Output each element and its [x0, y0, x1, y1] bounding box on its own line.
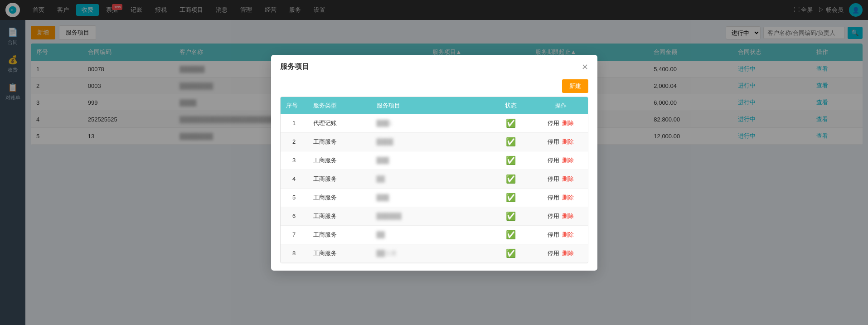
modal-table-wrap[interactable]: 序号 服务类型 服务项目 状态 操作 1 代理记账 ███1 ✅ 停用 删除 2…	[280, 97, 588, 263]
service-modal: 服务项目 ✕ 新建 序号 服务类型 服务项目 状态 操作 1 代理记账 ███1	[271, 55, 597, 271]
stop-button[interactable]: 停用	[548, 249, 559, 257]
status-check-icon: ✅	[506, 119, 516, 128]
modal-cell-type: 工商服务	[308, 244, 371, 262]
delete-button[interactable]: 删除	[562, 212, 574, 220]
status-check-icon: ✅	[506, 212, 516, 221]
modal-cell-action[interactable]: 停用 删除	[533, 114, 588, 133]
modal-col-item: 服务项目	[371, 97, 488, 114]
delete-button[interactable]: 删除	[562, 138, 574, 146]
modal-table-row: 5 工商服务 ███ ✅ 停用 删除	[281, 188, 588, 207]
modal-cell-seq: 8	[281, 244, 308, 262]
stop-button[interactable]: 停用	[548, 194, 559, 202]
modal-cell-type: 工商服务	[308, 132, 371, 151]
stop-button[interactable]: 停用	[548, 119, 559, 127]
stop-button[interactable]: 停用	[548, 175, 559, 183]
modal-col-seq: 序号	[281, 97, 308, 114]
modal-cell-type: 工商服务	[308, 188, 371, 207]
delete-button[interactable]: 删除	[562, 156, 574, 165]
modal-cell-action[interactable]: 停用 删除	[533, 244, 588, 262]
modal-new-button[interactable]: 新建	[562, 79, 588, 93]
modal-header: 服务项目 ✕	[271, 55, 597, 76]
modal-cell-item: ██	[371, 170, 488, 188]
modal-cell-item: ██注册	[371, 244, 488, 262]
modal-table-row: 7 工商服务 ██ ✅ 停用 删除	[281, 225, 588, 244]
modal-cell-type: 代理记账	[308, 114, 371, 133]
modal-cell-status: ✅	[488, 170, 533, 188]
stop-button[interactable]: 停用	[548, 138, 559, 146]
status-check-icon: ✅	[506, 249, 516, 258]
stop-button[interactable]: 停用	[548, 231, 559, 239]
modal-cell-seq: 2	[281, 132, 308, 151]
modal-cell-action[interactable]: 停用 删除	[533, 170, 588, 188]
modal-table-row: 6 工商服务 ██████ ✅ 停用 删除	[281, 207, 588, 225]
modal-cell-seq: 1	[281, 114, 308, 133]
modal-cell-item: ███1	[371, 114, 488, 133]
modal-cell-item: ███	[371, 188, 488, 207]
modal-table-row: 8 工商服务 ██注册 ✅ 停用 删除	[281, 244, 588, 262]
modal-cell-action[interactable]: 停用 删除	[533, 225, 588, 244]
delete-button[interactable]: 删除	[562, 175, 574, 183]
modal-cell-status: ✅	[488, 114, 533, 133]
modal-title: 服务项目	[280, 62, 309, 72]
modal-cell-status: ✅	[488, 188, 533, 207]
status-check-icon: ✅	[506, 175, 516, 184]
modal-cell-type: 工商服务	[308, 170, 371, 188]
modal-header-row: 序号 服务类型 服务项目 状态 操作	[281, 97, 588, 114]
status-check-icon: ✅	[506, 193, 516, 202]
modal-cell-seq: 4	[281, 170, 308, 188]
status-check-icon: ✅	[506, 156, 516, 165]
modal-cell-seq: 3	[281, 151, 308, 170]
delete-button[interactable]: 删除	[562, 119, 574, 127]
delete-button[interactable]: 删除	[562, 194, 574, 202]
delete-button[interactable]: 删除	[562, 249, 574, 257]
modal-cell-status: ✅	[488, 132, 533, 151]
status-check-icon: ✅	[506, 137, 516, 146]
modal-col-status: 状态	[488, 97, 533, 114]
modal-col-action: 操作	[533, 97, 588, 114]
modal-table-row: 4 工商服务 ██ ✅ 停用 删除	[281, 170, 588, 188]
modal-cell-status: ✅	[488, 207, 533, 225]
modal-table-row: 1 代理记账 ███1 ✅ 停用 删除	[281, 114, 588, 133]
modal-toolbar: 新建	[271, 76, 597, 97]
modal-cell-action[interactable]: 停用 删除	[533, 132, 588, 151]
modal-cell-status: ✅	[488, 225, 533, 244]
modal-cell-type: 工商服务	[308, 207, 371, 225]
modal-cell-status: ✅	[488, 244, 533, 262]
stop-button[interactable]: 停用	[548, 156, 559, 165]
status-check-icon: ✅	[506, 230, 516, 239]
modal-cell-action[interactable]: 停用 删除	[533, 207, 588, 225]
modal-cell-item: ██████	[371, 207, 488, 225]
modal-cell-seq: 7	[281, 225, 308, 244]
modal-cell-item: ██	[371, 225, 488, 244]
modal-cell-type: 工商服务	[308, 225, 371, 244]
modal-col-type: 服务类型	[308, 97, 371, 114]
modal-cell-item: ███	[371, 151, 488, 170]
modal-table-row: 3 工商服务 ███ ✅ 停用 删除	[281, 151, 588, 170]
modal-cell-seq: 6	[281, 207, 308, 225]
service-table: 序号 服务类型 服务项目 状态 操作 1 代理记账 ███1 ✅ 停用 删除 2…	[281, 97, 588, 263]
modal-table-row: 2 工商服务 ████ ✅ 停用 删除	[281, 132, 588, 151]
modal-cell-action[interactable]: 停用 删除	[533, 188, 588, 207]
modal-cell-status: ✅	[488, 151, 533, 170]
modal-cell-type: 工商服务	[308, 151, 371, 170]
delete-button[interactable]: 删除	[562, 231, 574, 239]
modal-cell-action[interactable]: 停用 删除	[533, 151, 588, 170]
modal-cell-seq: 5	[281, 188, 308, 207]
stop-button[interactable]: 停用	[548, 212, 559, 220]
modal-cell-item: ████	[371, 132, 488, 151]
modal-close-button[interactable]: ✕	[582, 62, 588, 72]
modal-overlay: 服务项目 ✕ 新建 序号 服务类型 服务项目 状态 操作 1 代理记账 ███1	[0, 0, 868, 325]
